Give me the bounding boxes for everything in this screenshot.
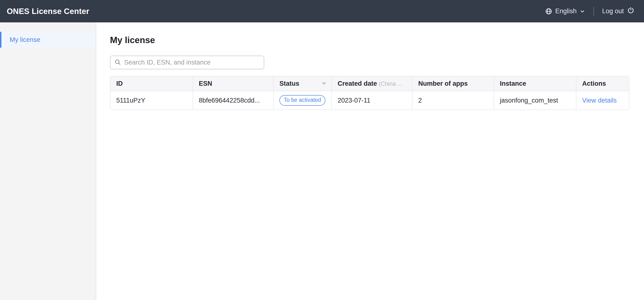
app-title: ONES License Center bbox=[7, 7, 89, 16]
status-badge: To be activated bbox=[280, 95, 325, 106]
license-table: ID ESN Status Created date (China ... N bbox=[110, 76, 629, 110]
created-date-timezone-note: (China ... bbox=[379, 80, 402, 87]
logout-label: Log out bbox=[602, 8, 624, 15]
page-title: My license bbox=[110, 35, 644, 45]
cell-actions: View details bbox=[576, 91, 629, 110]
column-header-created-date: Created date (China ... bbox=[332, 76, 412, 91]
language-label: English bbox=[555, 8, 576, 15]
sidebar: My license bbox=[0, 22, 96, 300]
language-selector[interactable]: English bbox=[545, 8, 585, 15]
content-layout: My license My license bbox=[0, 22, 644, 300]
logout-button[interactable]: Log out bbox=[602, 7, 634, 16]
status-filter-caret-icon[interactable] bbox=[322, 82, 326, 85]
search-box bbox=[110, 56, 264, 69]
column-header-id: ID bbox=[110, 76, 193, 91]
column-header-instance: Instance bbox=[494, 76, 576, 91]
cell-status: To be activated bbox=[274, 91, 332, 110]
table-row: 5111uPzY 8bfe696442258cdd... To be activ… bbox=[110, 91, 629, 110]
sidebar-item-my-license[interactable]: My license bbox=[0, 32, 96, 48]
globe-icon bbox=[545, 8, 552, 15]
cell-instance: jasonfong_com_test bbox=[494, 91, 576, 110]
main-content: My license bbox=[96, 22, 644, 300]
cell-id: 5111uPzY bbox=[110, 91, 193, 110]
column-header-esn: ESN bbox=[193, 76, 274, 91]
topbar-divider bbox=[594, 7, 594, 16]
cell-created-date: 2023-07-11 bbox=[332, 91, 412, 110]
search-icon bbox=[114, 59, 124, 67]
chevron-down-icon bbox=[580, 9, 585, 14]
sidebar-item-label: My license bbox=[10, 36, 40, 44]
table-header-row: ID ESN Status Created date (China ... N bbox=[110, 76, 629, 91]
topbar-actions: English Log out bbox=[545, 7, 634, 16]
cell-number-of-apps: 2 bbox=[412, 91, 494, 110]
power-icon bbox=[627, 7, 634, 16]
view-details-link[interactable]: View details bbox=[582, 97, 617, 104]
column-header-status[interactable]: Status bbox=[274, 76, 332, 91]
column-header-actions: Actions bbox=[576, 76, 629, 91]
top-bar: ONES License Center English Log out bbox=[0, 0, 644, 22]
cell-esn: 8bfe696442258cdd... bbox=[193, 91, 274, 110]
column-header-number-of-apps: Number of apps bbox=[412, 76, 494, 91]
search-input[interactable] bbox=[124, 59, 260, 66]
